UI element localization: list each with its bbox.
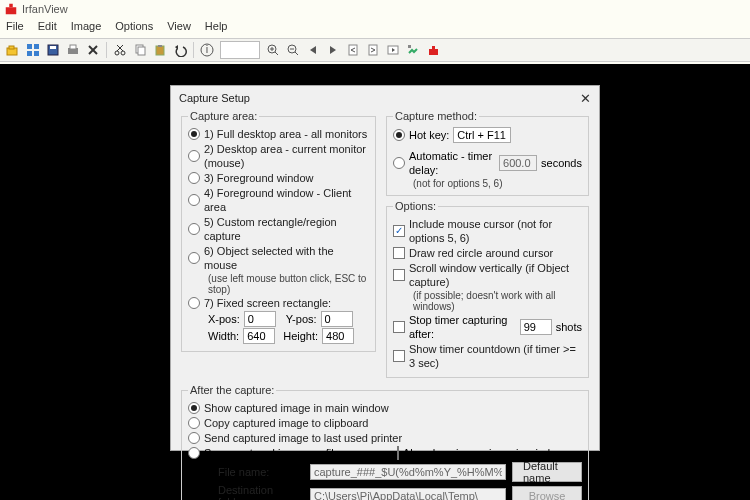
check-circle[interactable] (393, 247, 405, 259)
check-stop-timer[interactable] (393, 321, 405, 333)
radio-hotkey[interactable] (393, 129, 405, 141)
radio-client-area[interactable] (188, 194, 200, 206)
settings-icon[interactable] (404, 41, 422, 59)
separator (193, 42, 194, 58)
menu-options[interactable]: Options (115, 20, 153, 36)
svg-rect-4 (27, 44, 32, 49)
height-input[interactable] (322, 328, 354, 344)
copy-icon[interactable] (131, 41, 149, 59)
check-also-show[interactable] (397, 446, 399, 460)
svg-rect-20 (156, 46, 164, 55)
radio-save-file[interactable] (188, 447, 200, 459)
thumbs-icon[interactable] (24, 41, 42, 59)
svg-rect-3 (9, 46, 14, 49)
width-input[interactable] (243, 328, 275, 344)
radio-auto-timer[interactable] (393, 157, 405, 169)
next-icon[interactable] (324, 41, 342, 59)
svg-line-25 (275, 52, 278, 55)
titlebar: IrfanView (0, 0, 750, 18)
radio-copy-clip[interactable] (188, 417, 200, 429)
slideshow-icon[interactable] (384, 41, 402, 59)
capture-area-legend: Capture area: (188, 110, 259, 122)
browse-button[interactable]: Browse (512, 486, 582, 500)
xpos-input[interactable] (244, 311, 276, 327)
app-icon (4, 2, 18, 16)
options-group: Options: Include mouse cursor (not for o… (386, 200, 589, 378)
svg-point-14 (115, 51, 119, 55)
check-cursor[interactable] (393, 225, 405, 237)
menubar: File Edit Image Options View Help (0, 18, 750, 38)
svg-rect-36 (432, 46, 435, 49)
object-hint: (use left mouse button click, ESC to sto… (188, 273, 369, 295)
radio-print[interactable] (188, 432, 200, 444)
delete-icon[interactable] (84, 41, 102, 59)
capture-area-group: Capture area: 1) Full desktop area - all… (181, 110, 376, 352)
menu-help[interactable]: Help (205, 20, 228, 36)
undo-icon[interactable] (171, 41, 189, 59)
prev-icon[interactable] (304, 41, 322, 59)
svg-rect-7 (34, 51, 39, 56)
menu-view[interactable]: View (167, 20, 191, 36)
capture-method-legend: Capture method: (393, 110, 479, 122)
menu-file[interactable]: File (6, 20, 24, 36)
auto-hint: (not for options 5, 6) (393, 178, 582, 189)
capture-method-group: Capture method: Hot key: Automatic - tim… (386, 110, 589, 196)
filename-input[interactable] (310, 464, 506, 480)
default-name-button[interactable]: Default name (512, 462, 582, 482)
after-capture-group: After the capture: Show captured image i… (181, 384, 589, 500)
scroll-hint: (if possible; doesn't work with all wind… (393, 290, 582, 312)
svg-rect-11 (70, 45, 76, 49)
radio-fixed-rect[interactable] (188, 297, 200, 309)
timer-delay-input[interactable] (499, 155, 537, 171)
radio-foreground[interactable] (188, 172, 200, 184)
paste-icon[interactable] (151, 41, 169, 59)
svg-rect-6 (27, 51, 32, 56)
svg-text:i: i (206, 43, 208, 55)
radio-custom-rect[interactable] (188, 223, 200, 235)
capture-setup-dialog: Capture Setup ✕ Capture area: 1) Full de… (170, 85, 600, 451)
svg-rect-21 (158, 45, 162, 47)
prev-page-icon[interactable] (344, 41, 362, 59)
radio-show-main[interactable] (188, 402, 200, 414)
svg-rect-5 (34, 44, 39, 49)
save-icon[interactable] (44, 41, 62, 59)
menu-image[interactable]: Image (71, 20, 102, 36)
svg-rect-1 (9, 4, 13, 8)
zoom-out-icon[interactable] (284, 41, 302, 59)
radio-full-desktop[interactable] (188, 128, 200, 140)
dialog-title: Capture Setup (179, 92, 250, 104)
zoom-in-icon[interactable] (264, 41, 282, 59)
options-legend: Options: (393, 200, 438, 212)
toolbar: i (0, 38, 750, 62)
cut-icon[interactable] (111, 41, 129, 59)
radio-current-monitor[interactable] (188, 150, 200, 162)
info-icon[interactable]: i (198, 41, 216, 59)
irfan-icon[interactable] (424, 41, 442, 59)
radio-object[interactable] (188, 252, 200, 264)
next-page-icon[interactable] (364, 41, 382, 59)
svg-rect-34 (408, 45, 411, 48)
svg-rect-35 (429, 49, 438, 55)
check-scroll[interactable] (393, 269, 405, 281)
ypos-input[interactable] (321, 311, 353, 327)
svg-line-29 (295, 52, 298, 55)
svg-rect-0 (6, 7, 17, 14)
after-legend: After the capture: (188, 384, 276, 396)
dest-folder-input[interactable] (310, 488, 506, 500)
dialog-titlebar: Capture Setup ✕ (171, 86, 599, 110)
separator (106, 42, 107, 58)
open-icon[interactable] (4, 41, 22, 59)
menu-edit[interactable]: Edit (38, 20, 57, 36)
svg-rect-19 (138, 47, 145, 55)
app-title: IrfanView (22, 3, 68, 15)
print-icon[interactable] (64, 41, 82, 59)
close-icon[interactable]: ✕ (580, 91, 591, 106)
check-countdown[interactable] (393, 350, 405, 362)
svg-point-15 (121, 51, 125, 55)
stop-shots-input[interactable] (520, 319, 552, 335)
svg-rect-9 (50, 46, 56, 49)
zoom-select[interactable] (220, 41, 260, 59)
hotkey-input[interactable] (453, 127, 511, 143)
